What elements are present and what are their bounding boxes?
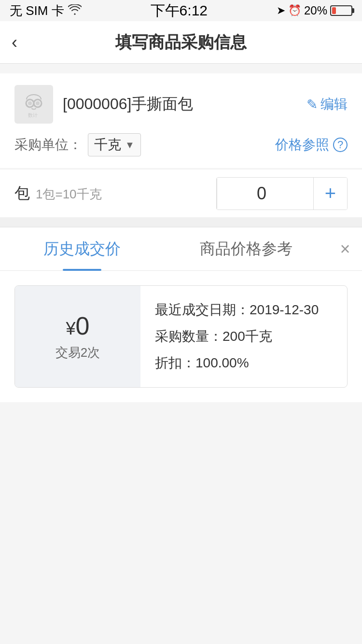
edit-button[interactable]: ✎ 编辑 [306, 95, 348, 113]
product-card: 数计 [0000006]手撕面包 ✎ 编辑 采购单位： 千克 ▼ 价格参照 ? [0, 73, 362, 168]
unit-value: 千克 [94, 136, 121, 154]
dropdown-arrow-icon: ▼ [125, 140, 135, 151]
status-bar: 无 SIM 卡 下午6:12 ➤ ⏰ 20% [0, 0, 362, 21]
close-icon: × [340, 239, 350, 259]
carrier-text: 无 SIM 卡 [10, 2, 64, 19]
quantity-control: + [216, 177, 348, 210]
battery-percent: 20% [304, 4, 327, 17]
quantity-unit: 包 [14, 183, 30, 204]
date-value: 2019-12-30 [250, 302, 319, 317]
unit-label: 采购单位： [14, 136, 82, 154]
tabs-separator [0, 217, 362, 227]
tabs-header: 历史成交价 商品价格参考 × [0, 227, 362, 271]
quantity-labels: 包 1包=10千克 [14, 183, 102, 204]
history-card: ¥0 交易2次 最近成交日期：2019-12-30 采购数量：200千克 折扣：… [14, 285, 348, 388]
history-discount-row: 折扣：100.00% [155, 353, 333, 372]
qty-label: 采购数量： [155, 329, 223, 344]
tab-history-label: 历史成交价 [43, 238, 121, 260]
history-qty-row: 采购数量：200千克 [155, 327, 333, 346]
price-ref-button[interactable]: 价格参照 ? [275, 136, 348, 154]
tab-history-price[interactable]: 历史成交价 [0, 227, 164, 271]
svg-point-3 [36, 101, 40, 105]
edit-label: 编辑 [320, 95, 348, 113]
history-date-row: 最近成交日期：2019-12-30 [155, 300, 333, 319]
tab-price-ref-label: 商品价格参考 [200, 238, 292, 260]
product-header: 数计 [0000006]手撕面包 ✎ 编辑 [14, 85, 348, 124]
history-price-value: ¥0 [66, 311, 90, 340]
page-title: 填写商品采购信息 [115, 31, 247, 54]
history-trades: 交易2次 [56, 344, 100, 361]
svg-point-2 [28, 101, 32, 105]
discount-label: 折扣： [155, 355, 195, 370]
product-name: [0000006]手撕面包 [63, 94, 193, 115]
tab-close-button[interactable]: × [328, 227, 362, 271]
product-unit-row: 采购单位： 千克 ▼ 价格参照 ? [14, 133, 348, 156]
history-price-section: ¥0 交易2次 [15, 286, 140, 387]
discount-value: 100.00% [195, 355, 249, 370]
svg-text:数计: 数计 [28, 112, 38, 118]
quantity-plus-button[interactable]: + [313, 178, 347, 210]
unit-select[interactable]: 千克 ▼ [88, 133, 141, 156]
currency-symbol: ¥ [66, 319, 76, 338]
qty-value: 200千克 [223, 329, 272, 344]
tabs-panel: 历史成交价 商品价格参考 × ¥0 交易2次 最近成交日期：2019-12-30 [0, 227, 362, 402]
quantity-conversion: 1包=10千克 [36, 186, 102, 203]
history-content: ¥0 交易2次 最近成交日期：2019-12-30 采购数量：200千克 折扣：… [0, 271, 362, 402]
product-image: 数计 [14, 85, 53, 124]
status-carrier: 无 SIM 卡 [10, 2, 82, 19]
nav-bar: ‹ 填写商品采购信息 [0, 21, 362, 64]
location-icon: ➤ [277, 4, 285, 17]
status-time: 下午6:12 [151, 1, 208, 21]
unit-selector-group: 采购单位： 千克 ▼ [14, 133, 141, 156]
edit-icon: ✎ [306, 97, 318, 112]
tab-active-indicator [63, 269, 101, 271]
status-right: ➤ ⏰ 20% [277, 4, 352, 17]
back-button[interactable]: ‹ [12, 32, 17, 53]
wifi-icon [68, 3, 82, 18]
product-info: 数计 [0000006]手撕面包 [14, 85, 193, 124]
help-icon: ? [333, 138, 348, 152]
quantity-input[interactable] [217, 178, 313, 210]
price-ref-label: 价格参照 [275, 136, 329, 154]
date-label: 最近成交日期： [155, 302, 250, 317]
quantity-section: 包 1包=10千克 + [0, 169, 362, 217]
history-details: 最近成交日期：2019-12-30 采购数量：200千克 折扣：100.00% [140, 286, 347, 387]
battery-icon [330, 5, 352, 16]
tab-price-ref[interactable]: 商品价格参考 [164, 227, 328, 271]
alarm-icon: ⏰ [288, 4, 301, 17]
